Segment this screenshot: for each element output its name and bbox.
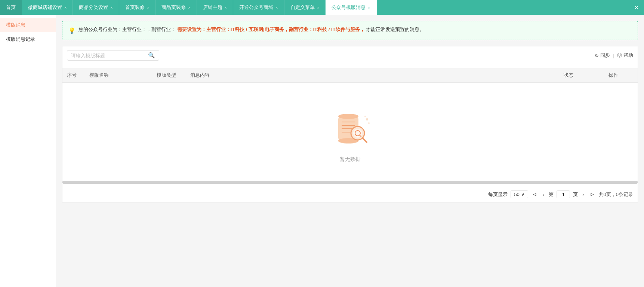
col-name: 模版名称 bbox=[85, 68, 152, 83]
tab-menu[interactable]: 自定义菜单 × bbox=[284, 0, 326, 15]
next-page-button[interactable]: › bbox=[581, 191, 585, 198]
scrollbar-thumb[interactable] bbox=[62, 181, 638, 184]
table-header: 序号 模版名称 模版类型 消息内容 状态 bbox=[62, 68, 638, 83]
tab-home[interactable]: 首页 bbox=[0, 0, 22, 15]
sync-icon: ↻ bbox=[595, 53, 599, 58]
data-table: 序号 模版名称 模版类型 消息内容 状态 bbox=[62, 68, 638, 178]
tab-weishop-close[interactable]: × bbox=[64, 5, 67, 10]
tab-category-label: 商品分类设置 bbox=[79, 4, 108, 11]
page-size-select[interactable]: 50 ∨ bbox=[511, 190, 528, 198]
notice-banner: 💡 您的公众号行业为：主营行业：，副营行业： 需要设置为：主营行业：IT科技 /… bbox=[62, 21, 638, 40]
svg-point-15 bbox=[364, 116, 366, 117]
svg-point-14 bbox=[368, 122, 370, 124]
tab-menu-close[interactable]: × bbox=[317, 5, 319, 10]
prev-page-button[interactable]: ‹ bbox=[541, 191, 546, 198]
tab-theme[interactable]: 店铺主题 × bbox=[197, 0, 233, 15]
toolbar: 🔍 ↻ 同步 | ⓪ 帮助 bbox=[62, 46, 638, 64]
tab-product-close[interactable]: × bbox=[188, 5, 190, 10]
tab-template-label: 公众号模版消息 bbox=[332, 4, 366, 11]
col-index: 序号 bbox=[62, 68, 85, 83]
help-button[interactable]: ⓪ 帮助 bbox=[617, 52, 633, 59]
tab-bar: 首页 微商城店铺设置 × 商品分类设置 × 首页装修 × 商品页装修 × 店铺主… bbox=[0, 0, 644, 15]
tab-menu-label: 自定义菜单 bbox=[290, 4, 315, 11]
total-info: 共0页，0条记录 bbox=[599, 191, 633, 198]
empty-state: 暂无数据 bbox=[62, 83, 638, 178]
toolbar-right: ↻ 同步 | ⓪ 帮助 bbox=[595, 52, 633, 59]
pagination: 每页显示 50 ∨ ⊲ ‹ 第 页 › ⊳ 共0页，0条记录 bbox=[62, 187, 638, 202]
empty-illustration bbox=[328, 105, 373, 150]
first-page-button[interactable]: ⊲ bbox=[531, 191, 538, 198]
tab-category[interactable]: 商品分类设置 × bbox=[73, 0, 119, 15]
notice-text: 您的公众号行业为：主营行业：，副营行业： 需要设置为：主营行业：IT科技 / 互… bbox=[78, 26, 424, 34]
help-icon: ⓪ bbox=[617, 52, 622, 59]
horizontal-scrollbar[interactable] bbox=[62, 181, 638, 184]
svg-point-13 bbox=[366, 118, 368, 120]
tab-homepage-close[interactable]: × bbox=[147, 5, 149, 10]
search-box: 🔍 bbox=[67, 50, 159, 61]
sync-button[interactable]: ↻ 同步 bbox=[595, 52, 610, 59]
sidebar: 模版消息 模版消息记录 bbox=[0, 15, 56, 287]
content-area: 💡 您的公众号行业为：主营行业：，副营行业： 需要设置为：主营行业：IT科技 /… bbox=[56, 15, 644, 287]
svg-line-10 bbox=[363, 138, 367, 142]
tab-mall-label: 开通公众号商城 bbox=[239, 4, 273, 11]
tab-homepage-label: 首页装修 bbox=[125, 4, 145, 11]
page-unit: 页 bbox=[573, 191, 578, 198]
notice-highlight: 需要设置为：主营行业：IT科技 / 互联网|电子商务，副营行业：IT科技 / I… bbox=[177, 27, 365, 32]
tab-template-close[interactable]: × bbox=[368, 5, 370, 10]
table-wrapper: 🔍 ↻ 同步 | ⓪ 帮助 bbox=[62, 46, 638, 202]
notice-icon: 💡 bbox=[68, 26, 76, 35]
col-action: 操作 bbox=[604, 68, 638, 83]
svg-point-2 bbox=[338, 114, 358, 119]
tab-category-close[interactable]: × bbox=[110, 5, 113, 10]
main-layout: 模版消息 模版消息记录 💡 您的公众号行业为：主营行业：，副营行业： 需要设置为… bbox=[0, 15, 644, 287]
page-label-first: 第 bbox=[549, 191, 554, 198]
tab-home-label: 首页 bbox=[6, 4, 16, 11]
tab-homepage[interactable]: 首页装修 × bbox=[119, 0, 155, 15]
empty-text: 暂无数据 bbox=[340, 156, 361, 163]
sidebar-item-template-log[interactable]: 模版消息记录 bbox=[0, 32, 56, 46]
tab-theme-label: 店铺主题 bbox=[203, 4, 222, 11]
tab-weishop-label: 微商城店铺设置 bbox=[28, 4, 62, 11]
tab-weishop[interactable]: 微商城店铺设置 × bbox=[22, 0, 73, 15]
col-type: 模版类型 bbox=[152, 68, 186, 83]
page-number-input[interactable] bbox=[557, 190, 570, 198]
tab-theme-close[interactable]: × bbox=[225, 5, 227, 10]
search-button[interactable]: 🔍 bbox=[148, 52, 155, 59]
page-size-value: 50 bbox=[514, 192, 519, 197]
tab-product[interactable]: 商品页装修 × bbox=[155, 0, 197, 15]
tab-template[interactable]: 公众号模版消息 × bbox=[326, 0, 376, 15]
tab-mall[interactable]: 开通公众号商城 × bbox=[233, 0, 284, 15]
last-page-button[interactable]: ⊳ bbox=[589, 191, 596, 198]
col-status: 状态 bbox=[559, 68, 604, 83]
col-content: 消息内容 bbox=[186, 68, 559, 83]
tab-bar-close-btn[interactable]: ✕ bbox=[629, 0, 644, 15]
tab-mall-close[interactable]: × bbox=[275, 5, 278, 10]
search-input[interactable] bbox=[71, 53, 146, 58]
page-size-chevron: ∨ bbox=[521, 192, 525, 197]
tab-product-label: 商品页装修 bbox=[161, 4, 186, 11]
sidebar-item-template-msg[interactable]: 模版消息 bbox=[0, 18, 56, 32]
page-size-label: 每页显示 bbox=[488, 191, 508, 198]
toolbar-divider: | bbox=[613, 53, 614, 58]
